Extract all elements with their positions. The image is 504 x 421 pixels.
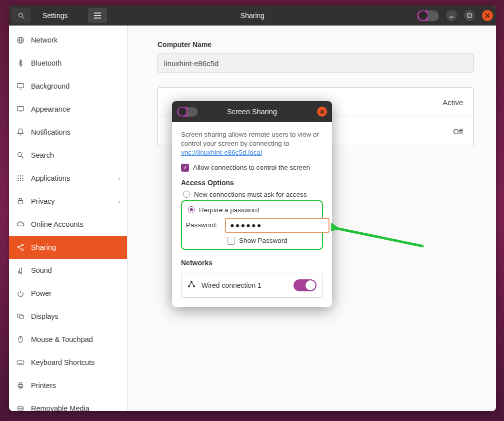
computer-name-input[interactable]: linuxhint-e86c5d [158,54,474,73]
sidebar-item-label: Background [31,82,70,90]
svg-point-23 [18,180,18,181]
hamburger-icon [94,13,101,19]
svg-point-20 [18,178,18,179]
allow-control-checkbox[interactable] [181,164,189,172]
sidebar-item-keyboard[interactable]: Keyboard Shortcuts [9,351,127,374]
dialog-description: Screen sharing allows remote users to vi… [181,130,323,158]
network-icon [16,36,25,44]
sidebar-item-label: Printers [31,381,56,389]
svg-rect-12 [18,84,24,88]
minimize-button[interactable] [446,10,457,21]
displays-icon [16,312,25,320]
screen-sharing-toggle[interactable] [177,107,198,117]
maximize-icon [467,13,472,18]
close-button[interactable] [482,10,493,21]
sidebar[interactable]: NetworkBluetoothBackgroundAppearanceNoti… [9,26,128,411]
radio-password-label: Require a password [199,206,259,214]
network-toggle[interactable] [294,279,316,291]
sidebar-item-label: Search [31,151,54,159]
dialog-close-button[interactable] [317,107,327,117]
network-row: Wired connection 1 [181,273,323,298]
sidebar-item-label: Sharing [31,243,56,251]
network-name: Wired connection 1 [202,281,262,289]
svg-line-55 [192,282,194,286]
keyboard-icon [16,358,25,366]
svg-point-0 [18,13,22,17]
page-title: Sharing [240,12,264,20]
svg-point-15 [18,153,22,157]
sidebar-item-displays[interactable]: Displays [9,305,127,328]
svg-rect-14 [18,107,24,111]
svg-point-32 [18,272,20,273]
sidebar-item-sound[interactable]: Sound [9,259,127,282]
svg-point-19 [22,175,23,176]
background-icon [16,82,25,90]
radio-ask-access[interactable] [183,191,190,198]
sidebar-item-label: Notifications [31,128,70,136]
power-icon [16,289,25,297]
maximize-button[interactable] [464,10,475,21]
allow-control-label: Allow connections to control the screen [193,164,310,171]
svg-rect-45 [19,383,22,384]
minimize-icon [449,13,454,18]
chevron-right-icon: › [118,198,120,205]
search-icon [18,12,25,20]
printers-icon [16,381,25,389]
search-button[interactable] [12,8,30,23]
sidebar-item-applications[interactable]: Applications› [9,167,127,190]
sidebar-item-sharing[interactable]: Sharing [9,236,127,259]
notifications-icon [16,128,25,136]
titlebar: Settings Sharing [9,6,496,26]
close-icon [320,110,324,114]
sidebar-item-background[interactable]: Background [9,75,127,98]
sidebar-item-label: Mouse & Touchpad [31,335,93,343]
sidebar-item-privacy[interactable]: Privacy› [9,190,127,213]
search-icon [16,151,25,159]
window-controls [417,10,493,21]
show-password-checkbox[interactable] [227,237,235,245]
radio-require-password[interactable] [188,206,195,213]
svg-point-25 [22,180,23,181]
sidebar-item-printers[interactable]: Printers [9,374,127,397]
sidebar-item-appearance[interactable]: Appearance [9,98,127,121]
sidebar-item-power[interactable]: Power [9,282,127,305]
show-password-label: Show Password [239,237,288,244]
sidebar-item-removable[interactable]: Removable Media [9,397,127,411]
sidebar-item-label: Appearance [31,105,70,113]
close-icon [485,13,490,18]
mouse-icon [16,335,25,343]
hamburger-button[interactable] [88,8,107,23]
sidebar-item-label: Applications [31,174,70,182]
sidebar-item-label: Network [31,36,58,44]
sidebar-item-label: Displays [31,312,58,320]
sidebar-item-label: Keyboard Shortcuts [31,358,94,366]
access-options-heading: Access Options [181,179,323,187]
password-input[interactable] [225,218,330,233]
sidebar-item-label: Power [31,289,52,297]
sidebar-item-label: Privacy [31,197,55,205]
removable-icon [16,404,25,411]
privacy-icon [16,197,25,205]
online-accounts-icon [16,220,25,228]
app-title: Settings [42,12,68,20]
sidebar-item-network[interactable]: Network [9,29,127,52]
svg-point-24 [20,180,21,181]
networks-heading: Networks [181,259,323,267]
radio-ask-label: New connections must ask for access [194,191,307,198]
sidebar-item-notifications[interactable]: Notifications [9,121,127,144]
sidebar-item-bluetooth[interactable]: Bluetooth [9,52,127,75]
sidebar-item-mouse[interactable]: Mouse & Touchpad [9,328,127,351]
sidebar-item-label: Sound [31,266,52,274]
svg-line-1 [22,17,24,19]
vnc-link[interactable]: vnc://linuxhint-e86c5d.local [181,149,262,156]
sidebar-item-search[interactable]: Search [9,144,127,167]
computer-name-label: Computer Name [158,41,474,49]
sidebar-item-online-accounts[interactable]: Online Accounts [9,213,127,236]
svg-rect-35 [20,315,24,318]
chevron-right-icon: › [118,175,120,182]
svg-point-21 [20,178,21,179]
sharing-master-toggle[interactable] [417,10,439,21]
svg-line-54 [189,282,192,286]
sound-icon [16,266,25,274]
sidebar-item-label: Removable Media [31,404,90,411]
